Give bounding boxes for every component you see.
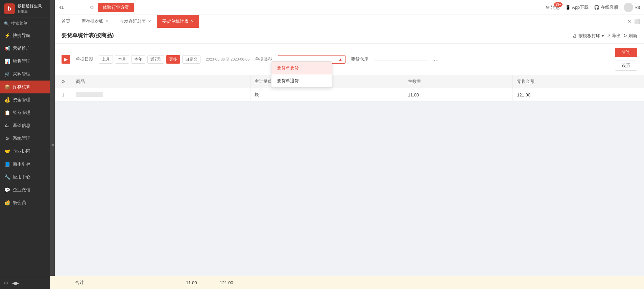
sidebar-item-inventory[interactable]: 📦 库存核算 [0,81,50,93]
tab-maximize-btn[interactable]: ⬜ [634,19,640,24]
main-area: 41 ⚙ 体验行业方案 ✉ 消息 99+ 📱 App下载 🎧 在线客服 Rit [55,0,644,289]
system-icon: ⚙ [4,135,10,141]
date-filter-label: 单据日期 [76,56,93,62]
export-icon: ↗ [607,33,611,38]
sidebar-item-sales[interactable]: 📊 销售管理 [0,55,50,68]
tab-receivable-close[interactable]: ✕ [148,19,151,24]
query-btn[interactable]: 查询 [615,48,637,57]
row-index: 1 [55,88,72,102]
col-amount: 零售金额 [513,75,644,88]
row-quantity: 11.00 [404,88,512,102]
export-btn[interactable]: ↗ 导出 [607,33,621,39]
filter-row: ▶ 单据日期 上月 本月 本年 近7天 更多 自定义 2023-05-06 至 … [55,44,644,75]
page-content: 要货单统计表(按商品) 🖨 按模板打印 ▾ ↗ 导出 ↻ 刷新 [55,28,644,289]
sidebar-item-inventory-label: 库存核算 [13,84,30,90]
guide-icon: 📘 [4,161,10,167]
last-month-btn[interactable]: 上月 [99,55,113,64]
tab-order-stats[interactable]: 要货单统计表 ✕ [157,15,199,28]
sidebar-item-basic-label: 基础信息 [13,123,30,129]
type-select-arrow-icon: ▲ [338,57,342,62]
this-year-btn[interactable]: 本年 [131,55,145,64]
sidebar-item-basic[interactable]: 🗂 基础信息 [0,119,50,132]
row-product [72,88,251,102]
app-download-btn[interactable]: 📱 App下载 [565,4,589,10]
page-actions: 🖨 按模板打印 ▾ ↗ 导出 ↻ 刷新 [573,33,637,39]
messages-badge: 99+ [554,2,563,7]
sidebar-settings-icon[interactable]: ⚙ [4,281,8,286]
apps-icon: 🔧 [4,174,10,180]
sidebar-collapse-icon[interactable]: ◀▶ [12,281,19,286]
dropdown-item-return[interactable]: 要货单退货 [271,74,332,87]
tab-inventory-batch-label: 库存批次账 [81,18,103,24]
app-sub: 标准版 [18,9,42,14]
tab-order-stats-close[interactable]: ✕ [191,19,194,24]
custom-date-btn[interactable]: 自定义 [182,55,200,64]
sidebar-item-vip[interactable]: 👑 畅会员 [0,196,50,209]
sidebar-item-shortcuts-label: 快捷导航 [13,32,30,39]
sidebar-collapse-btn[interactable] [50,0,55,289]
messages-btn[interactable]: ✉ 消息 99+ [546,4,560,10]
shortcuts-icon: ⚡ [4,32,10,39]
tab-order-stats-label: 要货单统计表 [162,18,189,24]
tab-inventory-batch-close[interactable]: ✕ [105,19,109,24]
online-service-label: 在线客服 [601,4,618,10]
print-chevron-icon: ▾ [602,33,604,38]
tab-home[interactable]: 首页 [55,15,76,28]
sidebar-item-system-label: 系统管理 [13,135,30,141]
page-header: 要货单统计表(按商品) 🖨 按模板打印 ▾ ↗ 导出 ↻ 刷新 [55,28,644,44]
trial-btn[interactable]: 体验行业方案 [98,3,134,12]
sidebar-item-sales-label: 销售管理 [13,58,30,64]
sidebar-item-guide[interactable]: 📘 新手引导 [0,158,50,171]
more-dates-btn[interactable]: 更多 [166,55,180,64]
search-menu[interactable]: 🔍 搜索菜单 [0,18,50,29]
topbar-settings-icon[interactable]: ⚙ [90,5,94,10]
sidebar-item-marketing[interactable]: 📢 营销推广 [0,42,50,55]
data-table: ⚙ 商品 主计量单位 主数量 零售金额 1 [55,75,644,102]
sidebar-item-collab[interactable]: 🤝 企业协同 [0,145,50,158]
warehouse-filter-input[interactable] [374,58,428,61]
sidebar-item-operation[interactable]: 📋 经营管理 [0,106,50,119]
this-month-btn[interactable]: 本月 [115,55,129,64]
inventory-icon: 📦 [4,84,10,90]
filter-settings-btn[interactable]: 设置 [615,61,637,71]
sidebar-item-purchase[interactable]: 🛒 采购管理 [0,68,50,81]
tab-receivable[interactable]: 收发存汇总表 ✕ [114,15,157,28]
tab-receivable-label: 收发存汇总表 [120,18,146,24]
app-download-label: App下载 [572,4,589,10]
sidebar-item-wechat[interactable]: 💬 企业微信 [0,183,50,196]
marketing-icon: 📢 [4,45,10,51]
date-range-display: 2023-05-06 至 2023-06-06 [206,57,250,61]
sidebar-item-marketing-label: 营销推广 [13,45,30,51]
tab-inventory-batch[interactable]: 库存批次账 ✕ [76,15,114,28]
topbar-right: ✉ 消息 99+ 📱 App下载 🎧 在线客服 Rit [546,3,640,12]
headset-icon: 🎧 [594,5,599,10]
table-container: ⚙ 商品 主计量单位 主数量 零售金额 1 [55,75,644,102]
col-settings[interactable]: ⚙ [55,75,72,88]
sidebar-item-apps[interactable]: 🔧 应用中心 [0,171,50,183]
operation-icon: 📋 [4,110,10,116]
sidebar-item-collab-label: 企业协同 [13,148,30,154]
print-icon: 🖨 [573,33,577,38]
table-header-row: ⚙ 商品 主计量单位 主数量 零售金额 [55,75,644,88]
message-icon: ✉ [546,5,550,10]
collab-icon: 🤝 [4,148,10,154]
filter-more-icon[interactable]: … [433,56,439,62]
refresh-btn[interactable]: ↻ 刷新 [623,33,637,39]
last-7-days-btn[interactable]: 近7天 [147,55,164,64]
purchase-icon: 🛒 [4,71,10,77]
vip-icon: 👑 [4,200,10,206]
basic-icon: 🗂 [4,123,10,129]
print-template-label: 按模板打印 [578,33,600,39]
print-template-btn[interactable]: 🖨 按模板打印 ▾ [573,33,604,39]
user-area[interactable]: Rit [624,3,640,12]
row-amount: 121.00 [513,88,644,102]
filter-expand-btn[interactable]: ▶ [62,55,70,64]
sidebar-item-system[interactable]: ⚙ 系统管理 [0,132,50,145]
online-service-btn[interactable]: 🎧 在线客服 [594,4,618,10]
sidebar-item-finance[interactable]: 💰 资金管理 [0,93,50,106]
main-panel: 要货单统计表(按商品) 🖨 按模板打印 ▾ ↗ 导出 ↻ 刷新 [55,28,644,102]
dropdown-item-order[interactable]: 要货单要货 [271,62,332,74]
sidebar-item-shortcuts[interactable]: ⚡ 快捷导航 [0,29,50,42]
sidebar-item-finance-label: 资金管理 [13,97,30,103]
tab-minimize-btn[interactable]: ✕ [627,19,631,24]
